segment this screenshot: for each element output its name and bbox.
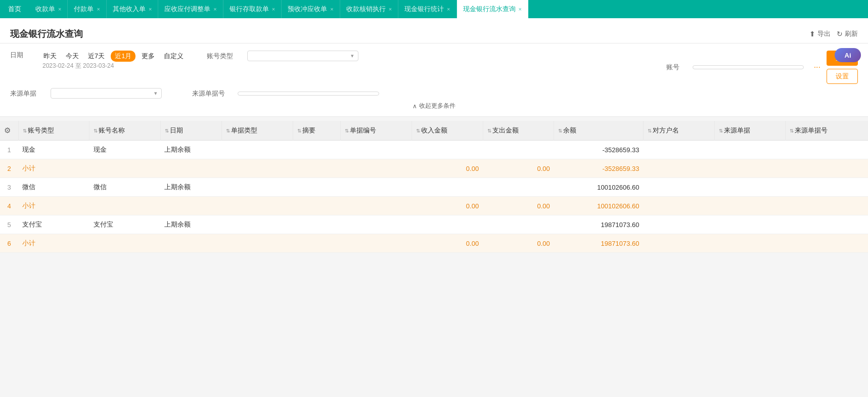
header-actions: ⬆ 导出 ↻ 刷新 <box>809 29 858 38</box>
table-cell <box>786 159 868 178</box>
col-source-voucher-no[interactable]: ⇅来源单据号 <box>786 121 868 141</box>
col-source-voucher[interactable]: ⇅来源单据 <box>714 121 786 141</box>
close-icon[interactable]: × <box>389 6 392 12</box>
table-cell: 3 <box>0 178 18 197</box>
table-cell <box>89 159 161 178</box>
nav-tab-yushouzhong[interactable]: 预收冲应收单 × <box>282 0 340 18</box>
chevron-down-icon: ▾ <box>154 90 157 97</box>
table-cell: -3528659.33 <box>554 141 644 159</box>
date-opt-custom[interactable]: 自定义 <box>161 51 187 62</box>
table-row: 6小计0.000.0019871073.60 <box>0 234 868 253</box>
settings-icon[interactable]: ⚙ <box>4 126 11 135</box>
table-cell <box>341 197 412 215</box>
col-voucher-type[interactable]: ⇅单据类型 <box>222 121 293 141</box>
close-icon[interactable]: × <box>447 6 450 12</box>
table-cell <box>341 234 412 253</box>
col-balance[interactable]: ⇅余额 <box>554 121 644 141</box>
table-cell <box>643 215 714 234</box>
table-cell: 0.00 <box>483 197 554 215</box>
page-title: 现金银行流水查询 <box>10 28 83 40</box>
date-options: 昨天 今天 近7天 近1月 更多 自定义 <box>40 51 187 62</box>
settings-button[interactable]: 设置 <box>827 69 858 84</box>
nav-tab-yinhangcunqu[interactable]: 银行存取款单 × <box>223 0 282 18</box>
filter-area: 日期 昨天 今天 近7天 近1月 更多 自定义 2023-02-24 至 202… <box>0 43 868 117</box>
nav-tab-xianjintongji[interactable]: 现金银行统计 × <box>398 0 456 18</box>
col-summary[interactable]: ⇅摘要 <box>293 121 340 141</box>
table-body: 1现金现金上期余额-3528659.332小计0.000.00-3528659.… <box>0 141 868 253</box>
table-cell: 0.00 <box>483 159 554 178</box>
table-cell: 1 <box>0 141 18 159</box>
account-type-select[interactable]: ▾ <box>247 51 358 61</box>
date-opt-more[interactable]: 更多 <box>139 51 158 62</box>
source-voucher-select[interactable]: ▾ <box>51 88 162 99</box>
table-cell <box>293 215 340 234</box>
table-cell: 5 <box>0 215 18 234</box>
nav-tab-qitashouru[interactable]: 其他收入单 × <box>107 0 158 18</box>
top-navigation: 首页 收款单 × 付款单 × 其他收入单 × 应收应付调整单 × 银行存取款单 … <box>0 0 868 18</box>
table-row: 2小计0.000.00-3528659.33 <box>0 159 868 178</box>
date-opt-yesterday[interactable]: 昨天 <box>40 51 60 62</box>
nav-tab-liushui[interactable]: 现金银行流水查询 × <box>457 0 528 18</box>
close-icon[interactable]: × <box>330 6 333 12</box>
export-button[interactable]: ⬆ 导出 <box>809 29 831 38</box>
account-input[interactable] <box>693 65 804 69</box>
table-cell: 6 <box>0 234 18 253</box>
table-cell: 0.00 <box>412 234 483 253</box>
col-date[interactable]: ⇅日期 <box>160 121 221 141</box>
table-cell <box>714 197 786 215</box>
table-cell: 上期余额 <box>160 141 221 159</box>
table-cell <box>89 197 161 215</box>
close-icon[interactable]: × <box>97 6 100 12</box>
date-filter-label: 日期 <box>10 51 30 60</box>
table-cell: 4 <box>0 197 18 215</box>
source-voucher-no-input[interactable] <box>238 92 379 96</box>
table-cell <box>222 215 293 234</box>
table-cell: 小计 <box>18 234 89 253</box>
close-icon[interactable]: × <box>213 6 216 12</box>
col-voucher-no[interactable]: ⇅单据编号 <box>341 121 412 141</box>
table-cell <box>714 159 786 178</box>
nav-tab-shoukuanzhixing[interactable]: 收款核销执行 × <box>340 0 398 18</box>
table-cell <box>643 234 714 253</box>
col-expense[interactable]: ⇅支出金额 <box>483 121 554 141</box>
table-cell: 小计 <box>18 159 89 178</box>
table-cell: 100102606.60 <box>554 197 644 215</box>
table-row: 4小计0.000.00100102606.60 <box>0 197 868 215</box>
table-cell <box>412 178 483 197</box>
close-icon[interactable]: × <box>149 6 152 12</box>
date-opt-today[interactable]: 今天 <box>63 51 82 62</box>
table-cell: 100102606.60 <box>554 178 644 197</box>
nav-tab-shoukuan[interactable]: 收款单 × <box>29 0 68 18</box>
table-cell: 0.00 <box>483 234 554 253</box>
refresh-button[interactable]: ↻ 刷新 <box>837 29 858 38</box>
table-cell <box>714 178 786 197</box>
close-icon[interactable]: × <box>272 6 275 12</box>
more-options-button[interactable]: ··· <box>814 63 820 72</box>
date-opt-1month[interactable]: 近1月 <box>111 51 135 62</box>
close-icon[interactable]: × <box>519 6 522 12</box>
table-cell <box>222 234 293 253</box>
col-counterparty[interactable]: ⇅对方户名 <box>643 121 714 141</box>
date-opt-7days[interactable]: 近7天 <box>85 51 108 62</box>
date-range-display: 2023-02-24 至 2023-03-24 <box>42 62 187 70</box>
table-cell <box>643 159 714 178</box>
collapse-bar[interactable]: ∧ 收起更多条件 <box>10 99 858 111</box>
table-cell <box>786 197 868 215</box>
nav-tab-fukuan[interactable]: 付款单 × <box>68 0 106 18</box>
col-account-name[interactable]: ⇅账号名称 <box>89 121 161 141</box>
table-row: 3微信微信上期余额100102606.60 <box>0 178 868 197</box>
nav-home[interactable]: 首页 <box>0 0 29 18</box>
data-table-container: ⚙ ⇅账号类型 ⇅账号名称 ⇅日期 ⇅单据类型 ⇅摘要 ⇅单据编号 ⇅收入金额 … <box>0 121 868 253</box>
close-icon[interactable]: × <box>58 6 61 12</box>
ai-badge[interactable]: Ai <box>835 48 861 62</box>
export-icon: ⬆ <box>809 30 815 38</box>
table-cell: 19871073.60 <box>554 215 644 234</box>
table-row: 1现金现金上期余额-3528659.33 <box>0 141 868 159</box>
col-income[interactable]: ⇅收入金额 <box>412 121 483 141</box>
col-account-type[interactable]: ⇅账号类型 <box>18 121 89 141</box>
col-gear: ⚙ <box>0 121 18 141</box>
table-cell: 上期余额 <box>160 215 221 234</box>
nav-tab-yingshoutiaozheng[interactable]: 应收应付调整单 × <box>158 0 223 18</box>
chevron-up-icon: ∧ <box>413 103 417 110</box>
table-cell <box>412 215 483 234</box>
